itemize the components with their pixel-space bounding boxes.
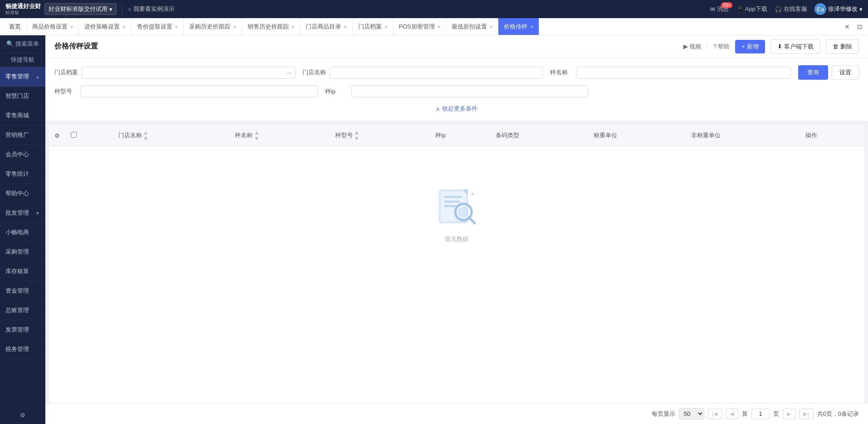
sidebar-item-help[interactable]: 帮助中心 <box>0 184 45 203</box>
delete-icon: 🗑 <box>833 43 839 50</box>
tab-close-icon[interactable]: × <box>122 24 125 29</box>
th-scale-model: 秤型号 ▲▼ <box>330 125 430 146</box>
empty-text: 暂无数据 <box>445 235 468 243</box>
app-logo-sub: 标准版 <box>5 10 41 15</box>
store-name-field: 门店名称 <box>302 67 543 79</box>
tab-price-scale[interactable]: 价格传秤 × <box>498 18 539 35</box>
store-file-input[interactable] <box>82 67 295 79</box>
sidebar-item-smart-store[interactable]: 智慧门店 <box>0 87 45 106</box>
message-icon: ✉ <box>710 6 715 13</box>
last-page-button[interactable]: ▶| <box>799 409 813 419</box>
empty-illustration: ✦ · <box>429 183 484 228</box>
video-link[interactable]: ▶ 视频 <box>683 43 701 51</box>
sidebar-item-retail-stats[interactable]: 零售统计 <box>0 164 45 184</box>
page-word: 算 <box>742 410 748 418</box>
tab-close-icon[interactable]: × <box>438 24 440 29</box>
sidebar-item-finance[interactable]: 资金管理 <box>0 281 45 301</box>
tab-bar-end: ✕ ⊡ <box>843 23 864 30</box>
tab-store-file[interactable]: 门店档案 × <box>353 18 393 35</box>
add-button[interactable]: + 新增 <box>735 40 765 53</box>
th-barcode-type: 条码类型 <box>490 125 588 146</box>
sidebar-item-label: 小畅电商 <box>5 228 29 236</box>
sidebar-item-tax[interactable]: 税务管理 <box>0 340 45 359</box>
form-row-1: 门店档案 ··· 门店名称 秤名称 查询 设置 <box>54 65 859 80</box>
tab-price-settings[interactable]: 商品价格设置 × <box>27 18 79 35</box>
sidebar-quick-nav[interactable]: 快捷导航 <box>0 53 45 67</box>
sidebar-item-ecommerce[interactable]: 小畅电商 <box>0 223 45 242</box>
help-link[interactable]: ? 帮助 <box>713 43 730 51</box>
sidebar-search[interactable]: 🔍 搜索菜单 <box>0 35 45 53</box>
user-menu[interactable]: Ea 徐泽华修改 ▾ <box>814 3 863 15</box>
svg-point-6 <box>458 207 469 217</box>
tab-label: 首页 <box>9 23 21 31</box>
close-all-tabs-button[interactable]: ✕ <box>843 23 852 30</box>
store-name-label: 门店名称 <box>302 68 326 77</box>
prev-page-button[interactable]: ◀ <box>726 409 738 419</box>
tab-pos-management[interactable]: POS加密管理 × <box>393 18 446 35</box>
th-action: 操作 <box>800 125 864 146</box>
scale-model-input[interactable] <box>81 85 318 97</box>
collapse-button[interactable]: ∧ 收起更多条件 <box>54 103 859 115</box>
th-settings[interactable]: ⚙ <box>49 125 65 146</box>
tab-purchase-history[interactable]: 采购历史价跟踪 × <box>184 18 242 35</box>
tab-store-catalog[interactable]: 门店商品目录 × <box>300 18 352 35</box>
version-select[interactable]: 好业财标准版交付试用 ▾ <box>44 3 117 15</box>
select-all-checkbox[interactable] <box>71 132 77 138</box>
sidebar-item-inventory[interactable]: 库存核算 <box>0 262 45 281</box>
more-options-icon[interactable]: ··· <box>286 69 292 76</box>
tab-close-icon[interactable]: × <box>385 24 387 29</box>
tab-label: 最低折扣设置 <box>452 23 487 31</box>
store-file-field: 门店档案 ··· <box>54 67 295 79</box>
sidebar-item-wholesale[interactable]: 批发管理 ▼ <box>0 203 45 223</box>
video-label: 视频 <box>689 43 701 51</box>
online-service-button[interactable]: 🎧 在线客服 <box>775 5 807 13</box>
collapse-label: 收起更多条件 <box>442 105 478 113</box>
sort-scale-name[interactable]: 秤名称 ▲▼ <box>235 130 259 141</box>
tab-sale-history[interactable]: 销售历史价跟踪 × <box>242 18 300 35</box>
tab-close-icon[interactable]: × <box>70 24 73 29</box>
maximize-tab-button[interactable]: ⊡ <box>855 23 864 30</box>
scale-ip-input[interactable] <box>351 85 589 97</box>
sidebar-settings[interactable]: ⚙ <box>0 406 45 424</box>
page-input[interactable] <box>751 409 770 419</box>
sort-scale-model[interactable]: 秤型号 ▲▼ <box>335 130 360 141</box>
tab-close-icon[interactable]: × <box>344 24 346 29</box>
client-download-button[interactable]: ⬇ 客户端下载 <box>770 39 820 54</box>
sidebar-item-purchase[interactable]: 采购管理 <box>0 242 45 262</box>
sidebar-item-member[interactable]: 会员中心 <box>0 145 45 164</box>
app-download-button[interactable]: 📱 App下载 <box>736 5 767 13</box>
th-non-weight-unit: 非称重单位 <box>686 125 800 146</box>
sort-store-name[interactable]: 门店名称 ▲▼ <box>118 130 149 141</box>
message-button[interactable]: ✉ 消息 99+ <box>710 5 729 13</box>
sidebar-item-ledger[interactable]: 总账管理 <box>0 301 45 320</box>
sidebar-item-marketing[interactable]: 营销推广 <box>0 125 45 145</box>
scale-name-input[interactable] <box>576 67 791 79</box>
sidebar-nav-label: 快捷导航 <box>11 56 34 63</box>
next-page-button[interactable]: ▶ <box>783 409 795 419</box>
tab-close-icon[interactable]: × <box>175 24 178 29</box>
delete-button[interactable]: 🗑 删除 <box>826 39 859 54</box>
th-checkbox[interactable] <box>65 125 113 146</box>
tab-purchase-strategy[interactable]: 进价策略设置 × <box>79 18 131 35</box>
per-page-select[interactable]: 50 20 100 <box>679 408 704 419</box>
sidebar-item-retail[interactable]: 零售管理 ▲ <box>0 67 45 87</box>
tab-home[interactable]: 首页 <box>4 18 27 35</box>
first-page-button[interactable]: |◀ <box>708 409 722 419</box>
demo-button[interactable]: ○ 我要看实例演示 <box>128 5 175 13</box>
tab-sale-extract[interactable]: 售价提取设置 × <box>132 18 184 35</box>
main-layout: 🔍 搜索菜单 快捷导航 零售管理 ▲ 智慧门店 零售商城 营销推广 会员中心 零… <box>0 35 868 424</box>
tab-label: 价格传秤 <box>504 23 527 31</box>
sidebar-item-retail-mall[interactable]: 零售商城 <box>0 106 45 125</box>
settings-button[interactable]: 设置 <box>832 65 859 80</box>
search-icon: 🔍 <box>6 40 14 47</box>
tab-min-discount[interactable]: 最低折扣设置 × <box>446 18 498 35</box>
tab-close-icon[interactable]: × <box>233 24 236 29</box>
tab-close-icon[interactable]: × <box>530 24 533 29</box>
search-button[interactable]: 查询 <box>798 65 828 80</box>
video-icon: ▶ <box>683 43 688 50</box>
sidebar-item-invoice[interactable]: 发票管理 <box>0 320 45 340</box>
tab-close-icon[interactable]: × <box>292 24 294 29</box>
store-name-input[interactable] <box>330 67 543 79</box>
version-label: 好业财标准版交付试用 <box>49 5 107 13</box>
tab-close-icon[interactable]: × <box>490 24 493 29</box>
